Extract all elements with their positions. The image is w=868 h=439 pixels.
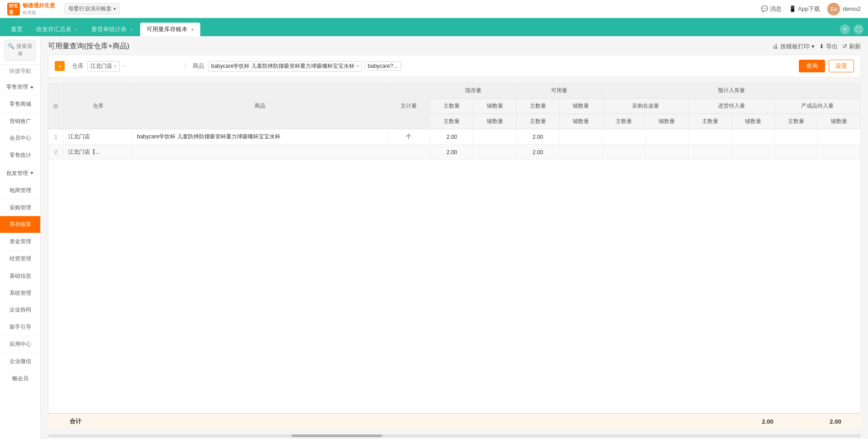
row-1-unit: 个	[387, 129, 430, 145]
receive-tab-close[interactable]: ×	[75, 27, 78, 32]
print-chevron-icon: ▾	[811, 43, 815, 50]
nav-fullscreen-btn[interactable]: ⛶	[854, 24, 863, 34]
nav-tabs: 首页 收发存汇总表 × 要货单统计表 × 可用量库存账本 × × ⛶	[0, 18, 868, 36]
row-1-product: babycare学饮杯 儿童防摔防撞吸管杯重力球吸嘴杯宝宝水杯	[132, 129, 387, 145]
available-stock-tab-label: 可用量库存账本	[146, 25, 188, 33]
warehouse-more-icon[interactable]: ···	[123, 63, 127, 69]
row-1-warehouse: 江北门店	[64, 129, 132, 145]
filter-toggle-btn[interactable]: »	[55, 61, 65, 71]
col-purchase-main-qty: 主数量	[603, 114, 646, 129]
row-2-num: 2	[48, 145, 64, 160]
sidebar-item-new-guide[interactable]: 新手引导	[0, 319, 40, 336]
app-center-label: 应用中心	[9, 341, 31, 347]
product-tag-2[interactable]: babycare?...	[365, 61, 401, 71]
sidebar-item-retail-mgmt[interactable]: 零售管理 ▲	[0, 78, 40, 96]
sidebar-item-operations[interactable]: 经营管理	[0, 250, 40, 268]
query-button[interactable]: 查询	[799, 60, 825, 72]
sidebar-item-marketing[interactable]: 营销推广	[0, 113, 40, 130]
receive-tab-label: 收发存汇总表	[36, 25, 71, 33]
col-settings-header[interactable]: ⚙	[48, 83, 64, 129]
search-icon: 🔍	[8, 43, 14, 49]
sidebar-search-btn[interactable]: 🔍 搜索菜单	[5, 40, 36, 61]
tab-receive[interactable]: 收发存汇总表 ×	[30, 23, 84, 36]
sidebar-item-purchase[interactable]: 采购管理	[0, 199, 40, 217]
tab-home[interactable]: 首页	[5, 23, 29, 36]
print-btn[interactable]: 🖨 按模板打印 ▾	[773, 42, 815, 51]
message-label: 消息	[770, 5, 782, 13]
col-current-aux-header: 辅数量	[473, 99, 516, 114]
filter-divider	[185, 61, 185, 71]
group-current-header: 现存量	[430, 83, 516, 99]
finance-label: 资金管理	[9, 238, 31, 245]
horizontal-scrollbar[interactable]	[48, 434, 861, 437]
content-area: 可用量查询(按仓库+商品) 🖨 按模板打印 ▾ ⬇ 导出 ↺ 刷新 »	[41, 36, 868, 439]
export-label: 导出	[826, 42, 838, 51]
workspace-selector[interactable]: 母婴行业演示账套 ▾	[64, 3, 120, 14]
tab-available-stock[interactable]: 可用量库存账本 ×	[140, 23, 200, 36]
warehouse-tag-close-icon[interactable]: ×	[114, 64, 117, 69]
quick-nav-label: 快捷导航	[9, 68, 31, 74]
print-label: 按模板打印	[780, 42, 810, 51]
setting-button[interactable]: 设置	[829, 60, 854, 72]
sidebar-item-retail-stats[interactable]: 零售统计	[0, 147, 40, 164]
sidebar-quick-nav[interactable]: 快捷导航	[0, 65, 40, 78]
logo-line2: 标准版	[23, 9, 55, 16]
download-label: App下载	[798, 5, 820, 13]
page-title: 可用量查询(按仓库+商品)	[48, 42, 129, 51]
col-current-main-qty: 主数量	[430, 114, 473, 129]
purchase-label: 采购管理	[9, 204, 31, 211]
row-2-available-main: 2.00	[516, 145, 559, 160]
sidebar-item-member[interactable]: 会员中心	[0, 130, 40, 147]
table-row: 2 江北门店【... 2.00 2.00	[48, 145, 860, 160]
sidebar-item-inventory[interactable]: 库存核算	[0, 216, 40, 233]
export-btn[interactable]: ⬇ 导出	[819, 42, 838, 51]
sidebar-item-vip[interactable]: 畅会员	[0, 370, 40, 387]
sidebar-item-enterprise-wx[interactable]: 企业微信	[0, 353, 40, 370]
scroll-thumb[interactable]	[292, 434, 382, 437]
row-2-purchase-aux	[646, 145, 689, 160]
product-tag-1-close-icon[interactable]: ×	[356, 64, 359, 69]
row-1-current-aux	[473, 129, 516, 145]
sidebar-item-basic-info[interactable]: 基础信息	[0, 268, 40, 285]
wholesale-label: 批发管理	[6, 170, 28, 177]
order-stats-tab-close[interactable]: ×	[130, 27, 133, 32]
total-current-main: 2.00	[750, 418, 786, 425]
user-name: demo2	[843, 5, 861, 12]
col-current-aux-qty: 辅数量	[473, 114, 516, 129]
warehouse-tag[interactable]: 江北门店 ×	[87, 61, 120, 71]
refresh-btn[interactable]: ↺ 刷新	[842, 42, 861, 51]
sidebar-item-sys-mgmt[interactable]: 系统管理	[0, 285, 40, 302]
app-download-btn[interactable]: 📱 App下载	[789, 5, 820, 13]
avatar: Ea	[827, 3, 840, 15]
top-bar-right: 💬 消息 📱 App下载 Ea demo2	[761, 3, 861, 15]
wholesale-expand-icon: ▼	[30, 170, 34, 175]
sidebar-item-retail-mall[interactable]: 零售商城	[0, 96, 40, 113]
home-tab-label: 首页	[11, 25, 23, 33]
download-icon: 📱	[789, 5, 796, 12]
table-settings-icon[interactable]: ⚙	[53, 103, 59, 110]
tab-order-stats[interactable]: 要货单统计表 ×	[85, 23, 139, 36]
user-area[interactable]: Ea demo2	[827, 3, 861, 15]
row-1-incoming-main	[689, 129, 731, 145]
nav-close-btn[interactable]: ×	[840, 24, 850, 34]
retail-mall-label: 零售商城	[9, 101, 31, 107]
sidebar-item-app-center[interactable]: 应用中心	[0, 336, 40, 353]
sidebar-item-ecommerce[interactable]: 电商管理	[0, 182, 40, 199]
warehouse-filter-group: 仓库 江北门店 × ···	[72, 61, 178, 71]
col-available-main-qty: 主数量	[516, 114, 559, 129]
basic-info-label: 基础信息	[9, 273, 31, 279]
enterprise-label: 企业协同	[9, 307, 31, 313]
product-tag-1[interactable]: babycare学饮杯 儿童防摔防撞吸管杯重力球吸嘴杯宝宝水杯 ×	[208, 61, 362, 71]
sidebar-item-wholesale[interactable]: 批发管理 ▼	[0, 164, 40, 182]
workspace-chevron-icon: ▾	[113, 6, 116, 11]
message-btn[interactable]: 💬 消息	[761, 5, 782, 13]
page-header-actions: 🖨 按模板打印 ▾ ⬇ 导出 ↺ 刷新	[773, 42, 861, 51]
sidebar-item-finance[interactable]: 资金管理	[0, 233, 40, 250]
group-available-header: 可用量	[516, 83, 602, 99]
col-available-aux-qty: 辅数量	[559, 114, 602, 129]
row-2-unit	[387, 145, 430, 160]
product-tag-1-label: babycare学饮杯 儿童防摔防撞吸管杯重力球吸嘴杯宝宝水杯	[211, 62, 354, 70]
sidebar-item-enterprise[interactable]: 企业协同	[0, 302, 40, 319]
row-1-incoming-aux	[731, 129, 774, 145]
available-stock-tab-close[interactable]: ×	[191, 27, 194, 32]
